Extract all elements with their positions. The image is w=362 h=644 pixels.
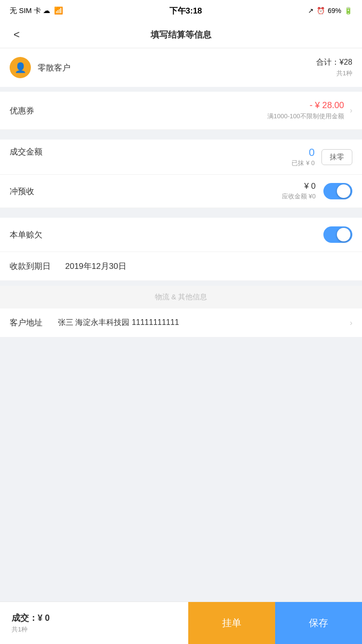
nav-bar: < 填写结算等信息 — [0, 21, 362, 48]
customer-row: 👤 零散客户 合计：¥28 共1种 — [0, 48, 362, 87]
prepaid-label: 冲预收 — [10, 186, 34, 197]
due-date-label: 收款到期日 — [10, 261, 51, 272]
due-date-value: 2019年12月30日 — [65, 261, 126, 272]
transaction-value: 0 — [309, 146, 315, 158]
debt-row: 本单赊欠 — [0, 218, 362, 252]
prepaid-amount: ¥ 0 — [282, 182, 316, 191]
address-chevron-icon: › — [350, 319, 352, 327]
transaction-label: 成交金额 — [10, 146, 42, 157]
debt-toggle[interactable] — [323, 226, 352, 243]
address-label: 客户地址 — [10, 317, 48, 328]
coupon-detail: - ¥ 28.00 满1000-100不限制使用金额 — [267, 100, 344, 121]
location-icon: ↗ — [308, 7, 314, 14]
due-date-row: 收款到期日 2019年12月30日 — [0, 252, 362, 281]
status-time: 下午3:18 — [169, 5, 202, 16]
coupon-section: 优惠券 - ¥ 28.00 满1000-100不限制使用金额 › — [0, 92, 362, 130]
status-right: ↗ ⏰ 69% 🔋 — [308, 7, 352, 14]
coupon-amount: - ¥ 28.00 — [267, 100, 344, 111]
debt-label: 本单赊欠 — [10, 229, 42, 240]
customer-name: 零散客户 — [38, 62, 70, 73]
prepaid-right: ¥ 0 应收金额 ¥0 — [282, 182, 352, 201]
gray-area — [0, 342, 362, 438]
address-value: 张三 海淀永丰科技园 11111111111 — [58, 318, 350, 328]
page-title: 填写结算等信息 — [151, 29, 211, 41]
coupon-right: - ¥ 28.00 满1000-100不限制使用金额 › — [267, 100, 352, 121]
prepaid-row: 冲预收 ¥ 0 应收金额 ¥0 — [0, 175, 362, 208]
round-zero-button[interactable]: 抹零 — [321, 149, 352, 165]
logistics-label: 物流 & 其他信息 — [155, 293, 207, 301]
bottom-bar: 成交：¥ 0 共1种 挂单 保存 — [0, 602, 362, 644]
chevron-right-icon: › — [350, 106, 352, 115]
wifi-icon: 📶 — [54, 6, 63, 15]
rounded-label: 已抹 ¥ 0 — [292, 159, 315, 168]
avatar-icon: 👤 — [14, 62, 27, 73]
customer-total: 合计：¥28 共1种 — [316, 57, 352, 78]
deal-label: 成交： — [12, 613, 38, 623]
total-amount: 合计：¥28 — [316, 57, 352, 68]
section-divider-1 — [0, 135, 362, 140]
prepaid-receivable: 应收金额 ¥0 — [282, 192, 316, 201]
address-section: 客户地址 张三 海淀永丰科技园 11111111111 › — [0, 308, 362, 337]
back-button[interactable]: < — [10, 25, 24, 45]
bottom-deal-row: 成交：¥ 0 — [12, 612, 177, 624]
address-row[interactable]: 客户地址 张三 海淀永丰科技园 11111111111 › — [0, 308, 362, 337]
customer-info: 👤 零散客户 — [10, 57, 70, 78]
coupon-label: 优惠券 — [10, 105, 34, 116]
section-divider-2 — [0, 213, 362, 218]
debt-section: 本单赊欠 收款到期日 2019年12月30日 — [0, 218, 362, 281]
battery-icon: 🔋 — [344, 7, 352, 14]
transaction-section: 成交金额 0 已抹 ¥ 0 抹零 冲预收 ¥ 0 应收金额 ¥0 — [0, 140, 362, 208]
total-count: 共1种 — [316, 69, 352, 78]
transaction-right: 0 已抹 ¥ 0 抹零 — [292, 146, 352, 168]
avatar: 👤 — [10, 57, 31, 78]
bottom-summary: 成交：¥ 0 共1种 — [0, 612, 188, 634]
status-left: 无 SIM 卡 ☁ 📶 — [10, 6, 63, 15]
logistics-divider: 物流 & 其他信息 — [0, 286, 362, 308]
prepaid-toggle[interactable] — [323, 183, 352, 199]
debt-toggle-knob — [337, 228, 350, 241]
coupon-description: 满1000-100不限制使用金额 — [267, 112, 344, 121]
transaction-row: 成交金额 0 已抹 ¥ 0 抹零 — [0, 140, 362, 175]
battery-label: 69% — [328, 7, 341, 14]
prepaid-info: ¥ 0 应收金额 ¥0 — [282, 182, 316, 201]
bottom-count: 共1种 — [12, 625, 177, 634]
content-area: 👤 零散客户 合计：¥28 共1种 优惠券 - ¥ 28.00 满1000-10… — [0, 48, 362, 482]
status-bar: 无 SIM 卡 ☁ 📶 下午3:18 ↗ ⏰ 69% 🔋 — [0, 0, 362, 21]
coupon-row[interactable]: 优惠券 - ¥ 28.00 满1000-100不限制使用金额 › — [0, 92, 362, 130]
toggle-knob — [337, 184, 350, 198]
save-button[interactable]: 保存 — [275, 602, 362, 644]
deal-amount: ¥ 0 — [38, 613, 50, 623]
transaction-amount-group: 0 已抹 ¥ 0 — [292, 146, 315, 168]
hold-button[interactable]: 挂单 — [188, 602, 275, 644]
no-sim-label: 无 SIM 卡 ☁ — [10, 6, 50, 15]
alarm-icon: ⏰ — [317, 7, 325, 14]
